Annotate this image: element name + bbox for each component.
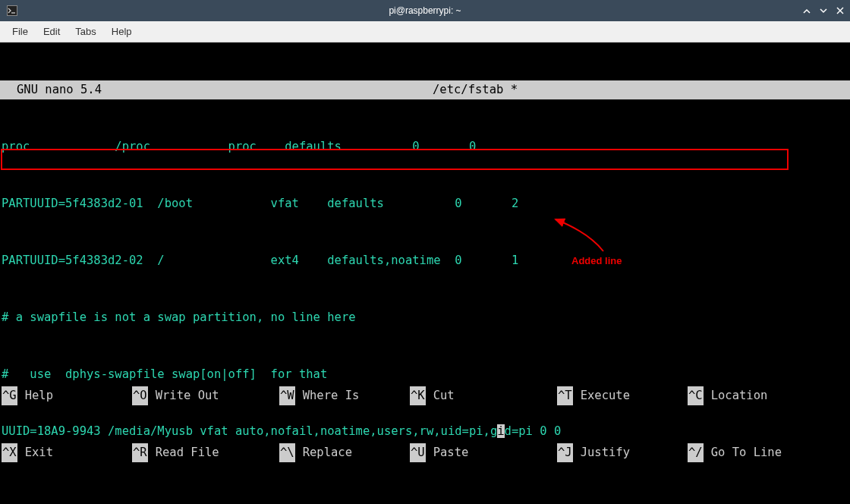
fstab-line-root: PARTUUID=5f4383d2-02 / ext4 defaults,noa… <box>0 251 850 270</box>
terminal-icon <box>6 5 18 17</box>
shortcut-write-out: ^OWrite Out <box>132 386 279 405</box>
terminal-area[interactable]: GNU nano 5.4 /etc/fstab * proc /proc pro… <box>0 43 850 504</box>
shortcut-justify: ^JJustify <box>557 443 688 462</box>
shortcut-execute: ^TExecute <box>557 386 688 405</box>
fstab-line-boot: PARTUUID=5f4383d2-01 /boot vfat defaults… <box>0 194 850 213</box>
svg-rect-0 <box>8 6 17 16</box>
shortcut-cut: ^KCut <box>410 386 557 405</box>
shortcut-paste: ^UPaste <box>410 443 557 462</box>
menu-edit[interactable]: Edit <box>36 23 68 40</box>
shortcut-goto-line: ^/Go To Line <box>688 443 818 462</box>
footer-row-2: ^XExit ^RRead File ^\Replace ^UPaste ^JJ… <box>0 443 850 462</box>
shortcut-exit: ^XExit <box>2 443 132 462</box>
menu-bar: File Edit Tabs Help <box>0 21 850 43</box>
window-title: pi@raspberrypi: ~ <box>389 5 461 16</box>
fstab-line-proc: proc /proc proc defaults 0 0 <box>0 137 850 156</box>
shortcut-location: ^CLocation <box>688 386 818 405</box>
nano-app-name: GNU nano 5.4 <box>2 80 102 99</box>
footer-row-1: ^GHelp ^OWrite Out ^WWhere Is ^KCut ^TEx… <box>0 386 850 405</box>
nano-header: GNU nano 5.4 /etc/fstab * <box>0 80 850 99</box>
shortcut-help: ^GHelp <box>2 386 132 405</box>
shortcut-replace: ^\Replace <box>279 443 410 462</box>
nano-file-name: /etc/fstab * <box>102 80 848 99</box>
nano-footer: ^GHelp ^OWrite Out ^WWhere Is ^KCut ^TEx… <box>0 348 850 500</box>
fstab-comment-1: # a swapfile is not a swap partition, no… <box>0 308 850 327</box>
shortcut-where-is: ^WWhere Is <box>279 386 410 405</box>
shortcut-read-file: ^RRead File <box>132 443 279 462</box>
window-controls <box>801 5 845 16</box>
annotation-label: Added line <box>571 251 622 270</box>
menu-tabs[interactable]: Tabs <box>68 23 103 40</box>
maximize-button[interactable] <box>818 5 829 16</box>
close-button[interactable] <box>835 5 845 16</box>
window-titlebar: pi@raspberrypi: ~ <box>0 0 850 21</box>
menu-file[interactable]: File <box>5 23 36 40</box>
minimize-button[interactable] <box>801 5 812 16</box>
menu-help[interactable]: Help <box>104 23 140 40</box>
